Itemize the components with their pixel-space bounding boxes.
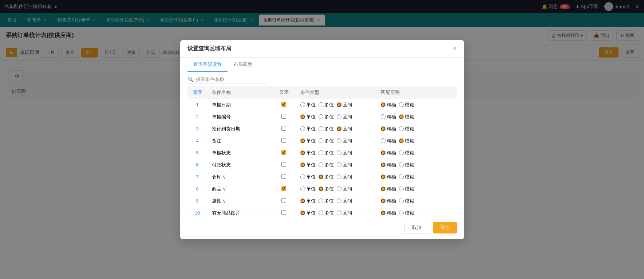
type-radio-5-1[interactable]: 多值 [319, 162, 334, 168]
row-show-0[interactable] [272, 99, 296, 111]
row-name-2: 预计到货日期 [208, 123, 272, 135]
search-input[interactable] [196, 76, 268, 82]
type-radio-7-2[interactable]: 区间 [337, 186, 352, 192]
row-match-6: 精确模糊 [376, 171, 457, 183]
type-radio-0-0[interactable]: 单值 [300, 102, 316, 108]
config-table: 顺序 条件名称 显示 条件类型 匹配原则 [187, 86, 457, 99]
row-name-6: 仓库 ∨ [208, 171, 272, 183]
match-radio-2-0[interactable]: 精确 [381, 126, 396, 132]
modal-search-wrap: 🔍 [180, 72, 464, 86]
match-radio-8-0[interactable]: 精确 [381, 198, 396, 204]
match-radio-7-0[interactable]: 精确 [381, 186, 396, 192]
type-radio-4-0[interactable]: 单值 [300, 150, 316, 156]
row-name-3: 备注 [208, 135, 272, 147]
row-order-6: 7 [187, 171, 208, 183]
type-radio-4-2[interactable]: 区间 [337, 150, 352, 156]
col-header-match: 匹配原则 [376, 86, 457, 99]
row-match-2: 精确模糊 [376, 123, 457, 135]
row-order-2: 3 [187, 123, 208, 135]
show-checkbox-3[interactable] [281, 138, 286, 143]
row-show-8[interactable] [272, 195, 296, 207]
match-radio-0-0[interactable]: 精确 [381, 102, 396, 108]
row-type-1: 单值多值区间 [296, 111, 376, 123]
show-checkbox-8[interactable] [281, 198, 286, 203]
match-radio-1-1[interactable]: 模糊 [399, 114, 414, 120]
row-show-2[interactable] [272, 123, 296, 135]
type-radio-8-0[interactable]: 单值 [300, 198, 316, 204]
table-row: 2单据编号单值多值区间精确模糊 [187, 111, 457, 123]
show-checkbox-2[interactable] [281, 126, 286, 131]
row-show-4[interactable] [272, 147, 296, 159]
match-radio-8-1[interactable]: 模糊 [399, 198, 414, 204]
type-radio-4-1[interactable]: 多值 [319, 150, 334, 156]
type-radio-1-1[interactable]: 多值 [319, 114, 334, 120]
match-radio-2-1[interactable]: 模糊 [399, 126, 414, 132]
type-radio-2-0[interactable]: 单值 [300, 126, 316, 132]
row-type-3: 单值多值区间 [296, 135, 376, 147]
modal-overlay: 设置查询区域布局 × 查询字段设置 布局调整 🔍 顺序 [0, 0, 644, 207]
type-radio-6-2[interactable]: 区间 [337, 174, 352, 180]
search-icon: 🔍 [187, 76, 194, 82]
match-radio-5-0[interactable]: 精确 [381, 162, 396, 168]
row-match-1: 精确模糊 [376, 111, 457, 123]
match-radio-3-0[interactable]: 精确 [381, 138, 396, 144]
match-radio-6-0[interactable]: 精确 [381, 174, 396, 180]
type-radio-8-1[interactable]: 多值 [319, 198, 334, 204]
row-show-5[interactable] [272, 159, 296, 171]
modal-tab-layout[interactable]: 布局调整 [228, 58, 258, 72]
row-show-1[interactable] [272, 111, 296, 123]
type-radio-8-2[interactable]: 区间 [337, 198, 352, 204]
row-type-7: 单值多值区间 [296, 183, 376, 195]
type-radio-2-1[interactable]: 多值 [319, 126, 334, 132]
row-name-7: 商品 ∨ [208, 183, 272, 195]
row-show-6[interactable] [272, 171, 296, 183]
col-header-name: 条件名称 [208, 86, 272, 99]
type-radio-6-0[interactable]: 单值 [300, 174, 316, 180]
row-type-0: 单值多值区间 [296, 99, 376, 111]
modal-close-btn[interactable]: × [453, 45, 457, 52]
show-checkbox-7[interactable] [281, 186, 286, 191]
col-header-show: 显示 [272, 86, 296, 99]
type-radio-6-1[interactable]: 多值 [319, 174, 334, 180]
show-checkbox-1[interactable] [281, 114, 286, 119]
col-header-order: 顺序 [187, 86, 208, 99]
type-radio-3-0[interactable]: 单值 [300, 138, 316, 144]
row-show-3[interactable] [272, 135, 296, 147]
type-radio-0-1[interactable]: 多值 [319, 102, 334, 108]
row-type-2: 单值多值区间 [296, 123, 376, 135]
show-checkbox-4[interactable] [281, 150, 286, 155]
row-name-8: 属性 ∨ [208, 195, 272, 207]
type-radio-7-1[interactable]: 多值 [319, 186, 334, 192]
match-radio-6-1[interactable]: 模糊 [399, 174, 414, 180]
table-row: 8商品 ∨单值多值区间精确模糊 [187, 183, 457, 195]
match-radio-4-0[interactable]: 精确 [381, 150, 396, 156]
show-checkbox-6[interactable] [281, 174, 286, 179]
row-type-4: 单值多值区间 [296, 147, 376, 159]
match-radio-0-1[interactable]: 模糊 [399, 102, 414, 108]
type-radio-5-0[interactable]: 单值 [300, 162, 316, 168]
match-radio-5-1[interactable]: 模糊 [399, 162, 414, 168]
match-radio-4-1[interactable]: 模糊 [399, 150, 414, 156]
type-radio-3-1[interactable]: 多值 [319, 138, 334, 144]
type-radio-1-0[interactable]: 单值 [300, 114, 316, 120]
show-checkbox-0[interactable] [281, 102, 286, 107]
row-order-3: 4 [187, 135, 208, 147]
modal-body: 顺序 条件名称 显示 条件类型 匹配原则 [180, 86, 464, 207]
type-radio-5-2[interactable]: 区间 [337, 162, 352, 168]
match-radio-7-1[interactable]: 模糊 [399, 186, 414, 192]
modal-dialog: 设置查询区域布局 × 查询字段设置 布局调整 🔍 顺序 [180, 40, 464, 207]
row-order-7: 8 [187, 183, 208, 195]
row-name-0: 单据日期 [208, 99, 272, 111]
row-show-7[interactable] [272, 183, 296, 195]
row-name-1: 单据编号 [208, 111, 272, 123]
show-checkbox-5[interactable] [281, 162, 286, 167]
match-radio-1-0[interactable]: 精确 [381, 114, 396, 120]
type-radio-2-2[interactable]: 区间 [337, 126, 352, 132]
row-type-6: 单值多值区间 [296, 171, 376, 183]
match-radio-3-1[interactable]: 模糊 [399, 138, 414, 144]
type-radio-1-2[interactable]: 区间 [337, 114, 352, 120]
type-radio-3-2[interactable]: 区间 [337, 138, 352, 144]
modal-tab-query-fields[interactable]: 查询字段设置 [187, 58, 228, 72]
type-radio-7-0[interactable]: 单值 [300, 186, 316, 192]
type-radio-0-2[interactable]: 区间 [337, 102, 352, 108]
